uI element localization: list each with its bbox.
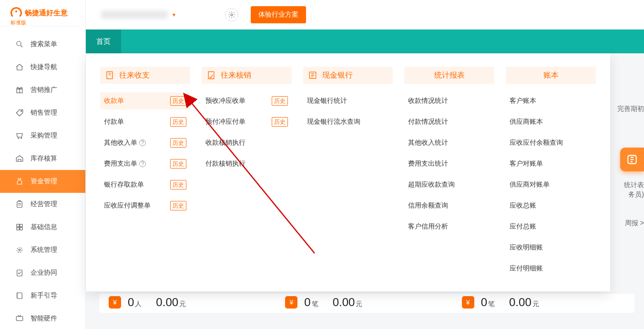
warehouse-icon: [15, 154, 24, 163]
sidebar: 畅捷通好生意 标准版 搜索菜单 快捷导航 营销推广 销售管理 采购管理 库存核算: [0, 0, 86, 329]
mega-list-4: 收款情况统计 付款情况统计 其他收入统计 费用支出统计 超期应收款查询 信用余额…: [404, 92, 494, 235]
svg-point-2: [21, 110, 22, 111]
sidebar-item-system[interactable]: 系统管理: [0, 239, 85, 261]
settings-button[interactable]: [225, 8, 238, 21]
org-name-blurred: [101, 10, 168, 19]
mega-list-2: 预收冲应收单 历史 预付冲应付单 历史 收款核销执行 付款核销执行: [202, 92, 292, 172]
sidebar-item-collab[interactable]: 企业协同: [0, 261, 85, 284]
menu-item-bank-transfer[interactable]: 银行存取款单 历史: [100, 176, 190, 193]
menu-item-ar-ap-balance[interactable]: 应收应付余额查询: [506, 134, 596, 151]
menu-label: 应收明细账: [510, 243, 543, 252]
stat-amount: 0.00: [333, 296, 355, 309]
stat-card-1: ¥ 0人 0.00元: [109, 296, 272, 309]
menu-item-receipt-stats[interactable]: 收款情况统计: [404, 92, 494, 110]
menu-item-overdue-ar[interactable]: 超期应收款查询: [404, 176, 494, 193]
menu-item-customer-credit[interactable]: 客户信用分析: [404, 218, 494, 235]
svg-point-9: [19, 249, 20, 251]
grid-icon: [15, 223, 24, 231]
sidebar-item-base[interactable]: 基础信息: [0, 216, 85, 239]
svg-point-12: [231, 14, 233, 16]
tab-home[interactable]: 首页: [86, 30, 121, 53]
hint-link[interactable]: 完善期初: [617, 105, 644, 113]
menu-item-ar-ap-adjust[interactable]: 应收应付调整单 历史: [100, 197, 190, 214]
menu-item-expense[interactable]: 费用支出单? 历史: [100, 155, 190, 172]
cta-label: 体验行业方案: [258, 10, 298, 19]
stat-unit: 人: [135, 300, 142, 309]
history-badge[interactable]: 历史: [170, 201, 186, 210]
svg-rect-4: [17, 224, 19, 227]
mega-head-3: 现金银行: [303, 67, 393, 84]
stat-count: 0: [481, 296, 487, 309]
menu-item-receipt[interactable]: 收款单 历史: [100, 92, 190, 110]
menu-item-cash-bank-flow[interactable]: 现金银行流水查询: [303, 113, 393, 130]
sidebar-item-funds[interactable]: 资金管理: [0, 170, 85, 193]
menu-item-credit-balance[interactable]: 信用余额查询: [404, 197, 494, 214]
mega-col-2: 往来核销 预收冲应收单 历史 预付冲应付单 历史 收款核销执行 付款核销执行: [202, 67, 292, 287]
menu-item-prepay-ar[interactable]: 预收冲应收单 历史: [202, 92, 292, 110]
sidebar-item-label: 快捷导航: [31, 63, 57, 71]
funds-megamenu: 往来收支 收款单 历史 付款单 历史 其他收入单? 历史 费用支出单? 历史 银…: [86, 53, 610, 291]
menu-item-other-income-stats[interactable]: 其他收入统计: [404, 134, 494, 151]
menu-label: 付款核销执行: [205, 160, 245, 168]
history-badge[interactable]: 历史: [170, 180, 186, 189]
sidebar-item-hardware[interactable]: 智能硬件: [0, 307, 85, 329]
sidebar-item-search[interactable]: 搜索菜单: [0, 33, 85, 56]
sidebar-item-label: 采购管理: [31, 131, 57, 140]
tabs-bar: 首页: [86, 30, 644, 53]
stat-icon: ¥: [285, 296, 297, 309]
menu-item-other-income[interactable]: 其他收入单? 历史: [100, 134, 190, 151]
sidebar-item-guide[interactable]: 新手引导: [0, 284, 85, 307]
menu-item-cash-bank-stats[interactable]: 现金银行统计: [303, 92, 393, 110]
menu-item-ar-detail[interactable]: 应收明细账: [506, 239, 596, 256]
sidebar-item-quicknav[interactable]: 快捷导航: [0, 56, 85, 79]
menu-item-ap-gl[interactable]: 应付总账: [506, 218, 596, 235]
stat-card-2: ¥ 0笔 0.00元: [285, 296, 448, 309]
book-icon: [15, 291, 24, 300]
menu-item-receipt-writeoff[interactable]: 收款核销执行: [202, 134, 292, 151]
tab-label: 首页: [96, 37, 111, 46]
sidebar-item-label: 新手引导: [31, 291, 57, 300]
org-select[interactable]: ▾: [95, 6, 219, 23]
svg-point-0: [17, 41, 21, 46]
hint-link[interactable]: 周报 >: [625, 219, 644, 228]
svg-rect-10: [17, 270, 22, 276]
menu-item-supplier-ledger[interactable]: 供应商账本: [506, 113, 596, 130]
help-icon[interactable]: ?: [139, 160, 146, 167]
history-badge[interactable]: 历史: [170, 117, 186, 127]
menu-item-prepay-ap[interactable]: 预付冲应付单 历史: [202, 113, 292, 130]
menu-label: 收款单: [104, 97, 124, 105]
menu-item-expense-stats[interactable]: 费用支出统计: [404, 155, 494, 172]
sidebar-item-purchase[interactable]: 采购管理: [0, 124, 85, 147]
sidebar-item-ops[interactable]: 经营管理: [0, 193, 85, 216]
sidebar-item-sales[interactable]: 销售管理: [0, 101, 85, 124]
sidebar-item-inventory[interactable]: 库存核算: [0, 147, 85, 170]
stat-card-3: ¥ 0笔 0.00元: [462, 296, 625, 309]
history-badge[interactable]: 历史: [170, 96, 186, 106]
history-badge[interactable]: 历史: [272, 117, 288, 127]
stat-unit: 笔: [488, 300, 495, 309]
history-badge[interactable]: 历史: [170, 138, 186, 148]
menu-item-supplier-statement[interactable]: 供应商对账单: [506, 176, 596, 193]
floating-help-widget[interactable]: [620, 148, 644, 171]
menu-item-payment-stats[interactable]: 付款情况统计: [404, 113, 494, 130]
menu-item-ar-gl[interactable]: 应收总账: [506, 197, 596, 214]
mega-head-label: 往来核销: [221, 70, 251, 80]
menu-item-ap-detail[interactable]: 应付明细账: [506, 260, 596, 277]
history-badge[interactable]: 历史: [170, 159, 186, 169]
menu-label: 供应商账本: [510, 118, 543, 126]
history-badge[interactable]: 历史: [272, 96, 288, 106]
gift-icon: [15, 86, 24, 94]
help-icon[interactable]: ?: [139, 140, 146, 146]
menu-item-payment-writeoff[interactable]: 付款核销执行: [202, 155, 292, 172]
menu-label: 其他收入统计: [408, 139, 448, 147]
hint-text: 务员): [628, 190, 644, 199]
money-bag-icon: [15, 177, 24, 186]
sidebar-item-marketing[interactable]: 营销推广: [0, 79, 85, 101]
menu-item-customer-statement[interactable]: 客户对账单: [506, 155, 596, 172]
receipt-icon: [105, 70, 114, 80]
cta-button[interactable]: 体验行业方案: [251, 6, 306, 23]
menu-item-payment[interactable]: 付款单 历史: [100, 113, 190, 130]
menu-item-customer-ledger[interactable]: 客户账本: [506, 92, 596, 110]
clipboard-check-icon: [15, 269, 24, 277]
menu-label: 银行存取款单: [104, 180, 144, 189]
